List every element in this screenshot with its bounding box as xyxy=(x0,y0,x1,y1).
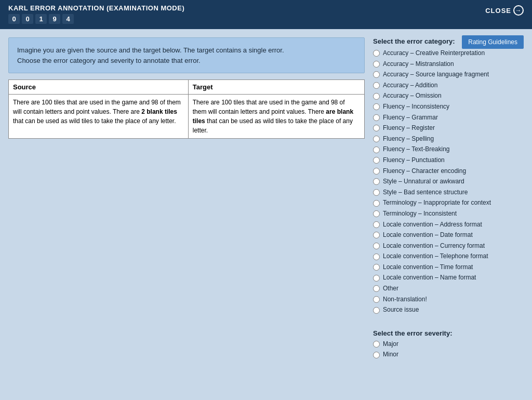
radio-flu-grammar[interactable] xyxy=(373,114,380,121)
radio-flu-char-encoding[interactable] xyxy=(373,168,380,175)
radio-item-source-issue[interactable]: Source issue xyxy=(373,306,524,314)
label-lc-name: Locale convention – Name format xyxy=(383,274,476,282)
radio-item-acc-mistranslation[interactable]: Accuracy – Mistranslation xyxy=(373,60,524,69)
right-panel: Select the error category: Accuracy – Cr… xyxy=(373,37,524,385)
instruction-line1: Imagine you are given the source and the… xyxy=(17,45,356,56)
radio-lc-telephone[interactable] xyxy=(373,254,380,260)
app-title: KARL ERROR ANNOTATION (EXAMINATION MODE) xyxy=(8,4,184,12)
label-non-translation: Non-translation! xyxy=(383,296,427,304)
radio-item-acc-addition[interactable]: Accuracy – Addition xyxy=(373,82,524,90)
radio-item-other[interactable]: Other xyxy=(373,285,524,293)
label-flu-register: Fluency – Register xyxy=(383,124,435,132)
radio-lc-date[interactable] xyxy=(373,232,380,238)
radio-source-issue[interactable] xyxy=(373,307,380,314)
instruction-line2: Choose the error category and severity t… xyxy=(17,56,356,66)
radio-other[interactable] xyxy=(373,285,380,292)
radio-item-term-inconsistent[interactable]: Terminology – Inconsistent xyxy=(373,210,524,218)
timer-digit-1: 0 xyxy=(8,14,20,24)
radio-flu-register[interactable] xyxy=(373,125,380,131)
close-button[interactable]: CLOSE → xyxy=(485,5,524,16)
radio-item-flu-spelling[interactable]: Fluency – Spelling xyxy=(373,135,524,143)
radio-acc-source-lang[interactable] xyxy=(373,71,380,78)
severity-section: Select the error severity: MajorMinor xyxy=(373,324,524,362)
label-severity-minor: Minor xyxy=(383,351,398,359)
label-severity-major: Major xyxy=(383,340,398,349)
radio-acc-creative[interactable] xyxy=(373,50,380,57)
radio-acc-mistranslation[interactable] xyxy=(373,61,380,68)
radio-flu-punctuation[interactable] xyxy=(373,157,380,164)
timer-digit-4: 9 xyxy=(49,14,60,24)
timer-digit-5: 4 xyxy=(62,14,74,24)
radio-term-inappropriate[interactable] xyxy=(373,200,380,207)
label-other: Other xyxy=(383,285,398,293)
label-lc-currency: Locale convention – Currency format xyxy=(383,242,485,250)
label-acc-addition: Accuracy – Addition xyxy=(383,82,437,90)
timer-display: 0 0 1 9 4 xyxy=(8,14,74,24)
radio-item-sty-unnatural[interactable]: Style – Unnatural or awkward xyxy=(373,178,524,186)
target-header: Target xyxy=(188,80,364,95)
label-acc-mistranslation: Accuracy – Mistranslation xyxy=(383,60,454,69)
close-label: CLOSE xyxy=(485,7,511,15)
timer-digit-2: 0 xyxy=(22,14,33,24)
radio-item-acc-creative[interactable]: Accuracy – Creative Reinterpretation xyxy=(373,49,524,58)
radio-term-inconsistent[interactable] xyxy=(373,210,380,217)
source-target-table: Source Target There are 100 tiles that a… xyxy=(8,79,365,139)
radio-lc-time[interactable] xyxy=(373,264,380,271)
radio-non-translation[interactable] xyxy=(373,296,380,303)
severity-options-list: MajorMinor xyxy=(373,340,524,359)
timer-digit-3: 1 xyxy=(35,14,47,24)
radio-flu-inconsistency[interactable] xyxy=(373,103,380,110)
label-lc-address: Locale convention – Address format xyxy=(383,221,482,229)
label-lc-time: Locale convention – Time format xyxy=(383,263,473,272)
severity-item-major[interactable]: Major xyxy=(373,340,524,349)
label-acc-omission: Accuracy – Omission xyxy=(383,92,442,100)
label-flu-inconsistency: Fluency – Inconsistency xyxy=(383,103,449,111)
radio-item-flu-text-breaking[interactable]: Fluency – Text-Breaking xyxy=(373,145,524,154)
radio-item-flu-register[interactable]: Fluency – Register xyxy=(373,124,524,132)
label-term-inappropriate: Terminology – Inappropriate for context xyxy=(383,199,491,207)
radio-acc-addition[interactable] xyxy=(373,82,380,89)
label-lc-telephone: Locale convention – Telephone format xyxy=(383,252,488,261)
radio-severity-minor[interactable] xyxy=(373,352,380,358)
severity-item-minor[interactable]: Minor xyxy=(373,351,524,359)
radio-item-acc-source-lang[interactable]: Accuracy – Source language fragment xyxy=(373,71,524,79)
radio-item-flu-grammar[interactable]: Fluency – Grammar xyxy=(373,114,524,122)
label-acc-source-lang: Accuracy – Source language fragment xyxy=(383,71,489,79)
radio-flu-text-breaking[interactable] xyxy=(373,146,380,153)
radio-item-flu-inconsistency[interactable]: Fluency – Inconsistency xyxy=(373,103,524,111)
label-sty-bad-sentence: Style – Bad sentence structure xyxy=(383,189,468,197)
instruction-box: Imagine you are given the source and the… xyxy=(8,37,365,73)
radio-acc-omission[interactable] xyxy=(373,93,380,100)
close-icon: → xyxy=(513,5,524,16)
radio-lc-address[interactable] xyxy=(373,221,380,228)
radio-item-lc-currency[interactable]: Locale convention – Currency format xyxy=(373,242,524,250)
radio-item-acc-omission[interactable]: Accuracy – Omission xyxy=(373,92,524,100)
radio-item-flu-punctuation[interactable]: Fluency – Punctuation xyxy=(373,156,524,165)
label-term-inconsistent: Terminology – Inconsistent xyxy=(383,210,457,218)
radio-item-sty-bad-sentence[interactable]: Style – Bad sentence structure xyxy=(373,189,524,197)
source-header: Source xyxy=(9,80,189,95)
radio-flu-spelling[interactable] xyxy=(373,136,380,142)
radio-item-lc-time[interactable]: Locale convention – Time format xyxy=(373,263,524,272)
radio-item-flu-char-encoding[interactable]: Fluency – Character encoding xyxy=(373,167,524,176)
radio-item-lc-date[interactable]: Locale convention – Date format xyxy=(373,231,524,239)
radio-item-lc-telephone[interactable]: Locale convention – Telephone format xyxy=(373,252,524,261)
radio-severity-major[interactable] xyxy=(373,341,380,348)
radio-lc-name[interactable] xyxy=(373,275,380,282)
source-cell: There are 100 tiles that are used in the… xyxy=(9,95,189,139)
severity-title: Select the error severity: xyxy=(373,329,524,337)
radio-sty-unnatural[interactable] xyxy=(373,178,380,185)
label-flu-char-encoding: Fluency – Character encoding xyxy=(383,167,466,176)
radio-lc-currency[interactable] xyxy=(373,243,380,249)
label-acc-creative: Accuracy – Creative Reinterpretation xyxy=(383,49,485,58)
radio-item-term-inappropriate[interactable]: Terminology – Inappropriate for context xyxy=(373,199,524,207)
radio-item-lc-address[interactable]: Locale convention – Address format xyxy=(373,221,524,229)
target-cell: There are 100 tiles that are used in the… xyxy=(188,95,364,139)
label-flu-grammar: Fluency – Grammar xyxy=(383,114,438,122)
radio-sty-bad-sentence[interactable] xyxy=(373,189,380,196)
label-flu-text-breaking: Fluency – Text-Breaking xyxy=(383,145,450,154)
label-flu-spelling: Fluency – Spelling xyxy=(383,135,434,143)
rating-guidelines-button[interactable]: Rating Guidelines xyxy=(462,35,524,49)
radio-item-non-translation[interactable]: Non-translation! xyxy=(373,296,524,304)
radio-item-lc-name[interactable]: Locale convention – Name format xyxy=(373,274,524,282)
